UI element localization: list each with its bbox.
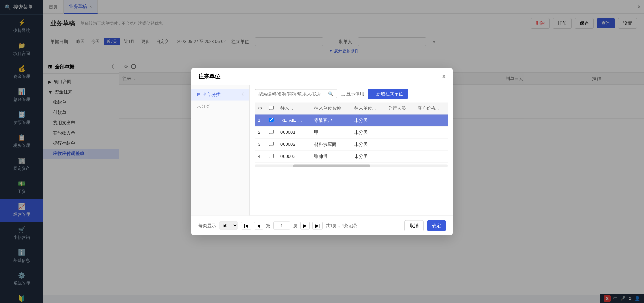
modal-toolbar: 🔍 显示停用 + 新增往来单位: [255, 89, 448, 99]
row-name: 零散客户: [311, 114, 351, 126]
page-number-input[interactable]: [273, 222, 290, 230]
row-category: 未分类: [351, 114, 385, 126]
row-price: [414, 138, 448, 150]
row-manager: [385, 138, 414, 150]
row-checkbox[interactable]: [266, 114, 277, 126]
row-price: [414, 114, 448, 126]
row-no: 1: [255, 114, 266, 126]
row-price: [414, 126, 448, 138]
show-disabled-checkbox[interactable]: [341, 92, 345, 96]
col-modal-price: 客户价格...: [414, 102, 448, 114]
scrollbar-thumb: [293, 164, 370, 167]
modal-table: ⚙ 往来... 往来单位名称 往来单位... 分管人员 客户价格... 1 RE…: [255, 102, 448, 162]
modal-search-box: 🔍: [255, 89, 337, 98]
row-select-checkbox[interactable]: [269, 129, 274, 134]
row-code: 000003: [277, 150, 311, 162]
grid-icon-modal: ⊞: [197, 92, 201, 97]
col-checkbox: [266, 102, 277, 114]
row-checkbox[interactable]: [266, 150, 277, 162]
modal-unclassified: 未分类: [191, 100, 249, 112]
col-modal-code: 往来...: [277, 102, 311, 114]
row-code: RETAIL_...: [277, 114, 311, 126]
modal-close-button[interactable]: ×: [442, 73, 446, 80]
row-select-checkbox[interactable]: [269, 141, 274, 146]
row-name: 材料供应商: [311, 138, 351, 150]
row-manager: [385, 126, 414, 138]
last-page-button[interactable]: ▶|: [312, 222, 323, 229]
modal-counterpart: 往来单位 × ⊞ 全部分类 《 未分类 🔍 显示停用: [191, 68, 453, 235]
row-code: 000002: [277, 138, 311, 150]
per-page-select[interactable]: 50 100 200: [219, 222, 238, 230]
modal-header: 往来单位 ×: [191, 68, 453, 85]
col-modal-category: 往来单位...: [351, 102, 385, 114]
horizontal-scrollbar[interactable]: [255, 164, 448, 167]
show-disabled-label: 显示停用: [341, 91, 364, 97]
pagination: 每页显示 50 100 200 |◀ ◀ 第 页 ▶ ▶| 共1页，4条记录: [198, 222, 357, 230]
row-select-checkbox[interactable]: [269, 153, 274, 158]
row-category: 未分类: [351, 138, 385, 150]
modal-footer: 每页显示 50 100 200 |◀ ◀ 第 页 ▶ ▶| 共1页，4条记录 取…: [191, 215, 453, 235]
all-category-label: 全部分类: [203, 91, 221, 97]
row-name: 张帅博: [311, 150, 351, 162]
modal-table-header: ⚙ 往来... 往来单位名称 往来单位... 分管人员 客户价格...: [255, 102, 448, 114]
row-price: [414, 150, 448, 162]
modal-main: 🔍 显示停用 + 新增往来单位 ⚙ 往来... 往来单位名称 往来单位...: [250, 85, 453, 215]
modal-body: ⊞ 全部分类 《 未分类 🔍 显示停用 + 新增往来单位: [191, 85, 453, 215]
new-counterpart-button[interactable]: + 新增往来单位: [368, 89, 408, 99]
modal-sidebar-all[interactable]: ⊞ 全部分类 《: [191, 89, 249, 100]
row-no: 3: [255, 138, 266, 150]
col-modal-name: 往来单位名称: [311, 102, 351, 114]
modal-select-all[interactable]: [269, 105, 274, 110]
modal-sidebar: ⊞ 全部分类 《 未分类: [191, 85, 250, 215]
modal-search-input[interactable]: [258, 91, 326, 96]
modal-title: 往来单位: [198, 73, 220, 80]
col-settings: ⚙: [255, 102, 266, 114]
row-no: 2: [255, 126, 266, 138]
search-icon-modal: 🔍: [328, 91, 333, 96]
col-modal-manager: 分管人员: [385, 102, 414, 114]
page-no-label: 第: [266, 222, 270, 229]
per-page-label: 每页显示: [198, 222, 216, 229]
cancel-button[interactable]: 取消: [404, 220, 424, 231]
row-category: 未分类: [351, 150, 385, 162]
modal-table-row[interactable]: 4 000003 张帅博 未分类: [255, 150, 448, 162]
row-checkbox[interactable]: [266, 126, 277, 138]
modal-footer-actions: 取消 确定: [404, 220, 446, 231]
prev-page-button[interactable]: ◀: [254, 222, 263, 229]
modal-table-row[interactable]: 1 RETAIL_... 零散客户 未分类: [255, 114, 448, 126]
row-manager: [385, 114, 414, 126]
row-category: 未分类: [351, 126, 385, 138]
row-manager: [385, 150, 414, 162]
total-label: 共1页，4条记录: [325, 222, 357, 229]
row-name: 甲: [311, 126, 351, 138]
row-no: 4: [255, 150, 266, 162]
row-code: 000001: [277, 126, 311, 138]
confirm-button[interactable]: 确定: [427, 220, 446, 231]
page-label: 页: [293, 222, 298, 229]
row-checkbox[interactable]: [266, 138, 277, 150]
first-page-button[interactable]: |◀: [241, 222, 251, 229]
row-select-checkbox[interactable]: [269, 117, 274, 122]
next-page-button[interactable]: ▶: [300, 222, 310, 229]
modal-collapse-icon[interactable]: 《: [240, 91, 244, 97]
modal-table-row[interactable]: 3 000002 材料供应商 未分类: [255, 138, 448, 150]
modal-table-row[interactable]: 2 000001 甲 未分类: [255, 126, 448, 138]
